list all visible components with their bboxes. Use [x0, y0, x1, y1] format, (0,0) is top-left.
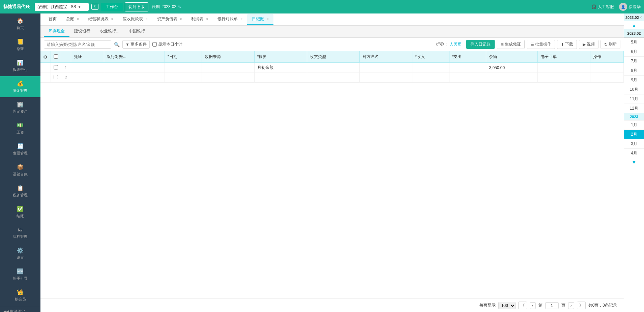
cell-e_statement-0	[538, 63, 590, 73]
filter-button[interactable]: ▼ 更多条件	[122, 40, 150, 49]
sub-tab-农业银行...[interactable]: 农业银行...	[95, 26, 124, 37]
sidebar-item-member[interactable]: 👑 畅会员	[0, 285, 40, 306]
workbench-button[interactable]: 工作台	[101, 3, 123, 11]
sidebar-item-invoice[interactable]: 🧾 发票管理	[0, 139, 40, 160]
right-panel-year-label[interactable]: 2023	[624, 113, 644, 120]
switch-old-button[interactable]: 切到旧版	[125, 2, 148, 11]
tab-label: 利润表	[191, 16, 203, 22]
month-item-4月[interactable]: 4月	[624, 149, 644, 158]
month-item-2月[interactable]: 2月	[624, 130, 644, 139]
tab-应收账款表[interactable]: 应收账款表×	[118, 14, 152, 25]
month-item-9月[interactable]: 9月	[624, 76, 644, 85]
batch-operation-button[interactable]: ☰ 批量操作	[527, 40, 555, 49]
table-row: 1月初余额3,050.00	[40, 63, 624, 73]
row-checkbox-1[interactable]	[51, 73, 61, 83]
tab-首页[interactable]: 首页	[44, 14, 61, 25]
ledger-icon: 📒	[17, 38, 24, 45]
sidebar-item-archive[interactable]: 🗂 归档管理	[0, 223, 40, 243]
sub-tab-bar: 库存现金建设银行农业银行...中国银行	[40, 26, 624, 38]
tab-利润表[interactable]: 利润表×	[186, 14, 213, 25]
tab-close-icon[interactable]: ×	[267, 17, 269, 21]
tab-close-icon[interactable]: ×	[180, 17, 182, 21]
bottom-bar: 每页显示 2050100200 《 ‹ 第 页 › 》 共0页，0条记录	[40, 299, 624, 312]
sidebar-item-tax[interactable]: 📋 税务管理	[0, 181, 40, 202]
month-item-1月[interactable]: 1月	[624, 120, 644, 130]
prev-page-button[interactable]: ‹	[530, 302, 536, 309]
sidebar-item-reports[interactable]: 📊 报表中心	[0, 55, 40, 76]
period-edit-icon[interactable]: ✎	[178, 5, 181, 9]
sidebar-label-settings: 设置	[17, 255, 24, 260]
nav-up-icon[interactable]: ▲	[624, 21, 644, 29]
sub-tab-中国银行[interactable]: 中国银行	[124, 26, 150, 37]
import-button[interactable]: 导入日记账	[466, 40, 495, 49]
tab-总账[interactable]: 总账×	[61, 14, 84, 25]
sub-tab-建设银行[interactable]: 建设银行	[69, 26, 95, 37]
tab-银行对账单[interactable]: 银行对账单×	[213, 14, 247, 25]
tab-资产负债表[interactable]: 资产负债表×	[152, 14, 187, 25]
tab-close-icon[interactable]: ×	[206, 17, 208, 21]
batch-icon: ☰	[530, 42, 534, 47]
sidebar-item-purchase-sales[interactable]: 📦 进销台账	[0, 160, 40, 181]
user-menu[interactable]: 👤 徐温华	[619, 3, 641, 11]
generate-voucher-button[interactable]: ⊞ 生成凭证	[497, 40, 525, 49]
filter-label: 更多条件	[130, 41, 147, 47]
sidebar-bottom: ◀◀ 取消固定	[0, 306, 40, 312]
row-select-checkbox[interactable]	[54, 75, 58, 79]
show-daily-subtotal-checkbox[interactable]: 显示本日小计	[152, 41, 182, 47]
col-header-checkbox	[51, 51, 61, 63]
search-input[interactable]	[44, 40, 111, 49]
cell-expense-1	[449, 73, 486, 83]
currency-value[interactable]: 人民币	[449, 41, 462, 47]
month-item-10月[interactable]: 10月	[624, 85, 644, 94]
first-page-button[interactable]: 《	[518, 302, 527, 309]
cell-action-0[interactable]	[590, 63, 624, 73]
video-button[interactable]: ▶ 视频	[579, 40, 598, 49]
customer-service-button[interactable]: 🎧 人工客服	[591, 4, 614, 10]
tab-close-icon[interactable]: ×	[111, 17, 113, 21]
select-all-checkbox[interactable]	[54, 54, 58, 59]
nav-down-icon[interactable]: ▼	[624, 158, 644, 166]
month-item-8月[interactable]: 8月	[624, 66, 644, 76]
last-page-button[interactable]: 》	[577, 302, 586, 309]
unpin-button[interactable]: ◀◀ 取消固定	[0, 306, 40, 312]
month-item-12月[interactable]: 12月	[624, 104, 644, 113]
sidebar-item-settings[interactable]: ⚙️ 设置	[0, 243, 40, 264]
sidebar-item-salary[interactable]: 💵 工资	[0, 118, 40, 139]
download-button[interactable]: ⬇ 下载	[557, 40, 577, 49]
row-checkbox-0[interactable]	[51, 63, 61, 73]
company-selector[interactable]: (勿删）江西超宝-LSS ▼	[35, 3, 89, 11]
sidebar-item-home[interactable]: 🏠 首页	[0, 13, 40, 34]
sidebar-label-invoice: 发票管理	[13, 151, 28, 156]
month-item-6月[interactable]: 6月	[624, 47, 644, 57]
next-page-button[interactable]: ›	[568, 302, 574, 309]
sub-tab-库存现金[interactable]: 库存现金	[44, 26, 69, 37]
search-button[interactable]: 🔍	[114, 42, 120, 47]
sidebar-item-fixed-assets[interactable]: 🏢 固定资产	[0, 97, 40, 118]
tab-close-icon[interactable]: ×	[77, 17, 79, 21]
month-item-5月[interactable]: 5月	[624, 38, 644, 47]
page-input[interactable]	[545, 302, 559, 309]
tab-close-icon[interactable]: ×	[240, 17, 242, 21]
sidebar-item-settle[interactable]: ✅ 结账	[0, 202, 40, 223]
show-daily-subtotal-input[interactable]	[152, 42, 157, 47]
sidebar-label-tax: 税务管理	[13, 193, 28, 198]
sidebar-item-guide[interactable]: 🆕 新手引导	[0, 264, 40, 285]
tab-日记账[interactable]: 日记账×	[247, 14, 273, 25]
right-panel-close-button[interactable]: ×	[639, 15, 643, 20]
tab-close-icon[interactable]: ×	[146, 17, 148, 21]
page-size-select[interactable]: 2050100200	[498, 302, 516, 309]
row-select-checkbox[interactable]	[54, 65, 58, 69]
month-item-3月[interactable]: 3月	[624, 139, 644, 149]
cell-counterparty-1	[359, 73, 412, 83]
cell-action-1[interactable]	[590, 73, 624, 83]
purchase-sales-icon: 📦	[17, 164, 24, 170]
copy-button[interactable]: ⎘	[91, 4, 98, 10]
month-item-7月[interactable]: 7月	[624, 57, 644, 66]
sidebar-item-ledger[interactable]: 📒 总账	[0, 34, 40, 55]
month-item-11月[interactable]: 11月	[624, 94, 644, 104]
sidebar-item-capital[interactable]: 💰 资金管理	[0, 76, 40, 97]
tab-经营状况表[interactable]: 经营状况表×	[84, 14, 118, 25]
refresh-label: 刷新	[609, 41, 617, 47]
table-settings-icon[interactable]: ⚙	[43, 54, 48, 60]
refresh-button[interactable]: ↻ 刷新	[601, 40, 620, 49]
